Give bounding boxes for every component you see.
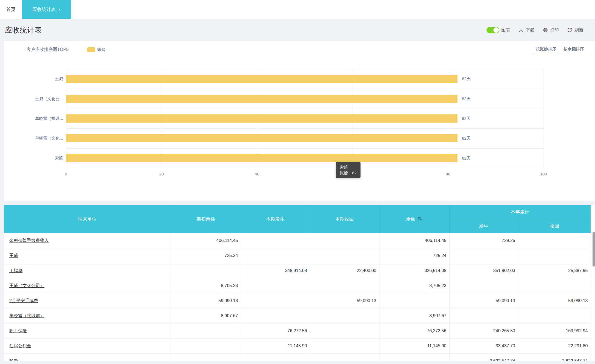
col-header-unit: 往来单位 [4,205,171,233]
cell-ytd_received: 25,387.95 [518,263,591,278]
bar-账龄[interactable] [66,114,457,123]
unit-link[interactable]: 丁福华 [9,268,22,273]
tooltip-value: 账龄：82 [340,170,357,176]
cell-current_incurred [241,354,310,361]
cell-ytd_received [518,278,591,293]
cell-current_incurred [241,248,310,263]
unit-link[interactable]: 单晓雷（接以前） [9,313,44,318]
cell-current_received [310,308,379,323]
cell-ytd_incurred [449,248,518,263]
unit-link[interactable]: 税款 [9,359,18,361]
grid-line-horizontal [66,148,543,149]
chart-toggle-label: 图表 [501,27,510,33]
chart-tooltip: 索赔 账龄：82 [336,162,361,178]
col-header-balance: 余额 [379,205,449,233]
cell-unit: 单晓雷（接以前） [4,308,171,323]
cell-balance: 725.24 [379,248,449,263]
cell-ytd_received: 22,291.80 [518,339,591,354]
cell-ytd_received [518,308,591,323]
receivable-table-card: 往来单位 期初余额 本期发生 本期收回 余额 本年累计 发生 收回 金融保险手续… [4,205,595,361]
unit-link[interactable]: 2月平安手续费 [9,298,38,303]
x-axis-tick-label: 40 [249,171,265,177]
cell-ytd_incurred: 59,090.13 [449,293,518,308]
download-button[interactable]: 下载 [518,27,534,33]
bar-value-label: 82天 [462,135,471,141]
bar-账龄[interactable] [66,95,457,103]
table-body: 金融保险手续费收入406,114.45406,114.45729.25王威725… [4,233,591,361]
bar-账龄[interactable] [66,134,457,142]
cell-unit: 王威（文化公司） [4,278,171,293]
refresh-button[interactable]: 刷新 [567,27,583,33]
cell-balance: 11,145.90 [379,339,449,354]
cell-balance: 8,705.23 [379,278,449,293]
cell-ytd_received [518,248,591,263]
cell-ytd_incurred: 351,902.03 [449,263,518,278]
cell-opening_balance [171,354,241,361]
unit-link[interactable]: 王威 [9,253,18,258]
vertical-scrollbar-thumb[interactable] [593,232,595,267]
x-axis-tick-label: 100 [535,171,552,177]
bar-value-label: 82天 [462,96,471,102]
unit-link[interactable]: 王威（文化公司） [9,283,44,288]
y-axis-category-label: 索赔 [4,155,63,161]
cell-ytd_received: 59,090.13 [518,293,591,308]
printer-icon [543,27,548,33]
bar-value-label: 82天 [462,155,471,161]
cell-opening_balance [171,323,241,339]
grid-line-horizontal [66,69,543,69]
cell-ytd_received: 163,992.94 [518,323,591,339]
tab-home[interactable]: 首页 [0,0,22,19]
cell-current_received [310,354,379,361]
cell-balance [379,354,449,361]
cell-opening_balance: 8,907.67 [171,308,241,323]
sort-descending-icon[interactable] [417,216,422,221]
cell-balance [379,293,449,308]
chart-card: 客户应收排序图TOP5 账龄 按账龄排序 按余额排序 020406080100王… [4,41,595,201]
table-row: 丁福华348,914.0822,400.00326,514.08351,902.… [4,263,591,278]
cell-opening_balance: 406,114.45 [171,233,241,248]
chart-plot: 020406080100王威82天王威（文化公...82天单晓雷（接以...82… [4,41,595,201]
cell-current_incurred [241,233,310,248]
bar-value-label: 82天 [462,76,471,82]
unit-link[interactable]: 金融保险手续费收入 [9,238,49,243]
grid-line-horizontal [66,89,543,89]
table-row: 职工保险76,272.5676,272.56240,265.50163,992.… [4,323,591,339]
cell-opening_balance: 8,705.23 [171,278,241,293]
cell-ytd_incurred: 2,622,547.74 [449,354,518,361]
table-row: 王威725.24725.24 [4,248,591,263]
cell-ytd_received [518,233,591,248]
cell-current_received [310,248,379,263]
cell-current_incurred: 348,914.08 [241,263,310,278]
tooltip-series: 索赔 [340,164,357,170]
cell-current_received [310,278,379,293]
cell-unit: 住房公积金 [4,339,171,354]
cell-balance: 326,514.08 [379,263,449,278]
cell-opening_balance [171,339,241,354]
tab-label: 应收统计表 [32,7,56,12]
bar-账龄[interactable] [66,154,457,162]
grid-line-horizontal [66,128,543,129]
cell-current_incurred [241,308,310,323]
toggle-knob [493,27,499,33]
cell-current_incurred: 11,145.90 [241,339,310,354]
tab-receivable-statistics[interactable]: 应收统计表× [22,0,71,19]
unit-link[interactable]: 职工保险 [9,328,27,333]
table-row: 税款2,622,547.742,622,547.74 [4,354,591,361]
cell-ytd_incurred: 240,265.50 [449,323,518,339]
table-row: 单晓雷（接以前）8,907.678,907.67 [4,308,591,323]
cell-current_received [310,323,379,339]
x-axis-tick-label: 0 [58,171,74,177]
chart-toggle-switch[interactable] [487,27,499,33]
y-axis-category-label: 单晓雷（文化... [4,135,63,141]
bar-账龄[interactable] [66,75,457,83]
grid-line-vertical [543,69,544,168]
cell-opening_balance: 59,090.13 [171,293,241,308]
cell-current_received: 22,400.00 [310,263,379,278]
tab-close-icon[interactable]: × [58,7,61,12]
cell-current_received: 59,090.13 [310,293,379,308]
receivable-table: 往来单位 期初余额 本期发生 本期收回 余额 本年累计 发生 收回 金融保险手续… [4,205,591,361]
print-button[interactable]: 打印 [543,27,559,33]
page-title: 应收统计表 [5,19,42,41]
unit-link[interactable]: 住房公积金 [9,343,31,348]
cell-ytd_incurred: 33,437.70 [449,339,518,354]
